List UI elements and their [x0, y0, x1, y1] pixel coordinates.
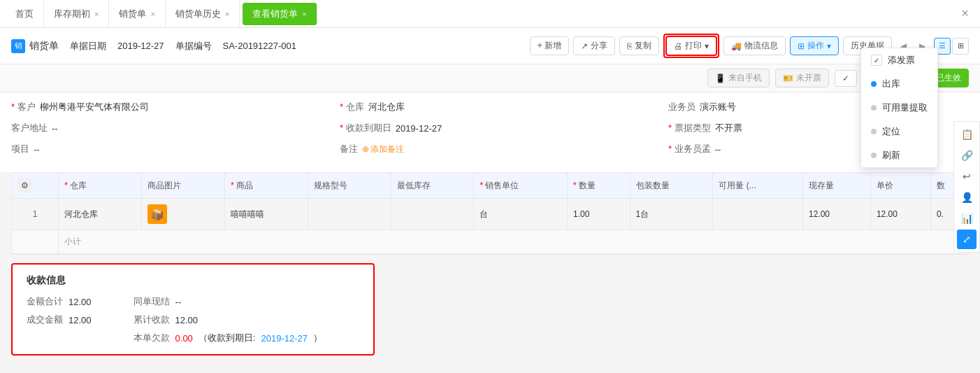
tab-view-sales[interactable]: 查看销货单 ×: [243, 3, 317, 25]
same-order-settle-row: 同单现结 --: [134, 295, 322, 308]
sales-staff-value: --: [715, 144, 721, 155]
add-note-btn[interactable]: ⊕ 添加备注: [362, 143, 404, 155]
confirm-btn[interactable]: ✓: [835, 70, 857, 87]
operations-icon: ⊞: [798, 41, 805, 51]
owed-val: 0.00: [175, 333, 193, 344]
cumulative-receipt-label: 累计收款: [134, 314, 170, 326]
due-date-field: 收款到期日 2019-12-27: [340, 122, 640, 134]
col-gear[interactable]: ⚙: [12, 173, 59, 199]
warehouse-value: 河北仓库: [368, 101, 405, 113]
col-quantity: 数量: [567, 173, 630, 199]
new-button[interactable]: + 新增: [530, 36, 569, 55]
tab-inventory-close[interactable]: ×: [94, 10, 99, 18]
col-unit: 销售单位: [474, 173, 568, 199]
radio-dot-refresh-icon: [871, 153, 877, 158]
tab-sales[interactable]: 销货单 ×: [109, 0, 165, 28]
sidebar-chart-icon[interactable]: 📊: [957, 209, 977, 228]
dropdown-available-qty[interactable]: 可用量提取: [861, 96, 937, 120]
note-field: 备注 ⊕ 添加备注: [340, 143, 640, 155]
customer-value: 柳州粤港平安气体有限公司: [40, 101, 149, 113]
sidebar-back-icon[interactable]: ↩: [957, 167, 977, 186]
mobile-icon: 📱: [715, 73, 726, 83]
dropdown-available-qty-label: 可用量提取: [882, 101, 928, 114]
tab-sales-history-label: 销货单历史: [175, 8, 221, 20]
tab-view-sales-close[interactable]: ×: [302, 10, 306, 18]
summary-col-1: 金额合计 12.00 成交金额 12.00: [27, 295, 92, 344]
dropdown-refresh-label: 刷新: [882, 149, 900, 162]
operations-label: 操作: [807, 40, 824, 52]
customer-field: 客户 柳州粤港平安气体有限公司: [11, 101, 312, 113]
sidebar-expand-icon[interactable]: ⤢: [957, 230, 977, 249]
number-value: SA-20191227-001: [223, 41, 297, 51]
col-warehouse: 仓库: [59, 173, 142, 199]
doc-meta: 单据日期 2019-12-27 单据编号 SA-20191227-001: [70, 40, 296, 52]
dropdown-locate[interactable]: 定位: [861, 120, 937, 143]
summary-section: 收款信息 金额合计 12.00 成交金额 12.00 同单现结 --: [0, 255, 980, 364]
already-effective-label: 已生效: [936, 72, 961, 84]
row-package-qty: 1台: [630, 199, 713, 230]
checkbox-icon: ✓: [871, 55, 882, 66]
address-value: --: [52, 123, 58, 134]
doc-header: 销 销货单 单据日期 2019-12-27 单据编号 SA-20191227-0…: [0, 28, 980, 64]
dropdown-add-invoice[interactable]: ✓ 添发票: [861, 48, 937, 72]
number-label: 单据编号: [175, 40, 212, 52]
project-value: --: [34, 144, 40, 155]
dropdown-outbound-label: 出库: [882, 78, 900, 90]
row-available: [713, 199, 803, 230]
print-button[interactable]: 🖨 打印 ▾: [665, 36, 717, 56]
form-row-2: 客户地址 -- 收款到期日 2019-12-27 票据类型 不开票: [11, 122, 969, 134]
gear-icon[interactable]: ⚙: [17, 178, 31, 192]
not-opened-btn[interactable]: 🎫 未开票: [775, 69, 829, 87]
subtotal-label: [12, 230, 59, 254]
share-icon: ↗: [581, 41, 588, 51]
staff-value: 演示账号: [700, 101, 736, 113]
row-image: 📦: [142, 199, 225, 230]
same-order-settle-label: 同单现结: [134, 295, 170, 308]
radio-dot-empty-icon: [871, 105, 877, 111]
copy-label: 复制: [635, 40, 651, 52]
radio-dot-locate-icon: [871, 129, 877, 134]
owed-note: （收款到期日:: [199, 332, 256, 344]
window-close-button[interactable]: ×: [956, 6, 974, 21]
print-highlight-box: 🖨 打印 ▾: [663, 34, 719, 58]
from-mobile-btn[interactable]: 📱 来自手机: [707, 69, 770, 87]
sidebar-link-icon[interactable]: 🔗: [957, 146, 977, 165]
share-button[interactable]: ↗ 分享: [573, 36, 615, 55]
ticket-icon: 🎫: [783, 73, 793, 83]
tab-home[interactable]: 首页: [6, 0, 44, 28]
date-label: 单据日期: [70, 40, 106, 52]
doc-title-text: 销货单: [29, 40, 59, 52]
row-index: 1: [12, 199, 59, 230]
dropdown-outbound[interactable]: 出库: [861, 72, 937, 96]
logistics-button[interactable]: 🚚 物流信息: [723, 36, 786, 55]
col-spec: 规格型号: [308, 173, 391, 199]
doc-title: 销 销货单: [11, 39, 59, 53]
due-date-label: 收款到期日: [340, 122, 391, 134]
doc-icon: 销: [11, 39, 25, 53]
radio-dot-icon: [871, 81, 877, 87]
view-grid-icon[interactable]: ⊞: [952, 38, 969, 55]
note-label: 备注: [340, 143, 358, 155]
tab-sales-history[interactable]: 销货单历史 ×: [166, 0, 240, 28]
product-thumbnail: 📦: [147, 204, 167, 224]
transaction-amount-label: 成交金额: [27, 314, 63, 326]
row-min-stock: [391, 199, 474, 230]
cumulative-receipt-val: 12.00: [175, 315, 199, 325]
tab-sales-history-close[interactable]: ×: [225, 10, 229, 18]
dropdown-refresh[interactable]: 刷新: [861, 143, 937, 167]
row-warehouse: 河北仓库: [59, 199, 142, 230]
transaction-amount-val: 12.00: [69, 315, 92, 325]
print-dropdown-arrow[interactable]: ▾: [705, 41, 709, 51]
copy-button[interactable]: ⎘ 复制: [619, 36, 659, 55]
transaction-amount-row: 成交金额 12.00: [27, 314, 92, 326]
col-package-qty: 包装数量: [630, 173, 713, 199]
operations-button[interactable]: ⊞ 操作 ▾: [790, 36, 839, 55]
sidebar-doc-icon[interactable]: 📋: [957, 125, 977, 144]
operations-arrow: ▾: [827, 41, 831, 51]
tab-inventory[interactable]: 库存期初 ×: [44, 0, 109, 28]
summary-col-2: 同单现结 -- 累计收款 12.00 本单欠款 0.00 （收款到期日: 201…: [134, 295, 322, 344]
tab-sales-close[interactable]: ×: [150, 10, 154, 18]
confirm-icon: ✓: [842, 73, 849, 83]
dropdown-add-invoice-label: 添发票: [888, 54, 915, 66]
sidebar-user-icon[interactable]: 👤: [957, 188, 977, 207]
